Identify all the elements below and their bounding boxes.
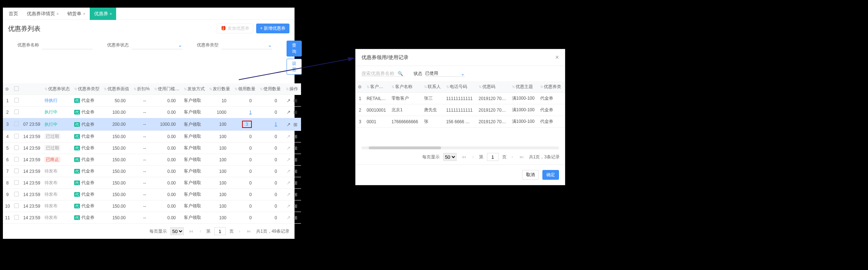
column-header[interactable]: 发行数量 bbox=[207, 83, 232, 95]
per-page-select[interactable]: 50 bbox=[170, 227, 184, 235]
qrcode-icon[interactable]: ⊞ bbox=[293, 203, 297, 209]
row-checkbox[interactable] bbox=[14, 145, 19, 150]
table-row[interactable]: 4 14 23:59 已过期 代代金券 150.00 -- 0.00 客户领取 … bbox=[3, 131, 301, 142]
qrcode-icon[interactable]: ⊞ bbox=[293, 134, 297, 139]
row-checkbox[interactable] bbox=[14, 157, 19, 162]
column-header[interactable]: 优惠券类型 bbox=[72, 83, 102, 95]
table-row[interactable]: 6 14 23:59 已终止 代代金券 150.00 -- 0.00 客户领取 … bbox=[3, 154, 301, 166]
used-count-link[interactable]: 1 bbox=[275, 122, 277, 127]
modal-per-page-select[interactable]: 50 bbox=[443, 153, 457, 161]
coupon-name-input[interactable] bbox=[42, 41, 93, 49]
gear-icon[interactable]: ⚙ bbox=[5, 87, 9, 92]
table-row[interactable]: 1 待执行 代代金券 50.00 -- 0.00 客户领取 10 0 0 ↗⊞ bbox=[3, 95, 301, 107]
column-header[interactable]: 优惠券状态 bbox=[42, 83, 72, 95]
column-header[interactable]: 优惠券类 bbox=[538, 81, 565, 93]
qrcode-icon[interactable]: ⊞ bbox=[293, 122, 297, 127]
page-input[interactable] bbox=[214, 227, 226, 235]
column-header[interactable]: 操作 bbox=[283, 83, 301, 95]
column-header[interactable]: 电话号码 bbox=[444, 81, 477, 93]
share-icon[interactable]: ↗ bbox=[287, 134, 291, 139]
column-header[interactable]: 领用数量 bbox=[232, 83, 258, 95]
column-header[interactable]: 优惠码 bbox=[477, 81, 510, 93]
select-all-checkbox[interactable] bbox=[14, 86, 19, 91]
column-header[interactable]: 折扣% bbox=[131, 83, 152, 95]
first-page-icon[interactable]: ⏮ bbox=[460, 154, 467, 159]
claimed-count-link[interactable]: 1 bbox=[249, 110, 252, 115]
row-checkbox[interactable] bbox=[14, 203, 19, 208]
search-input[interactable] bbox=[361, 71, 398, 76]
table-row[interactable]: 2 00010001 北京1 唐先生 11111111111 2019120 7… bbox=[356, 104, 565, 116]
column-header[interactable] bbox=[12, 83, 21, 95]
column-header[interactable]: 客户… bbox=[364, 81, 389, 93]
column-header[interactable]: 优惠主题 bbox=[510, 81, 538, 93]
prev-page-icon[interactable]: ‹ bbox=[471, 154, 475, 159]
tab-优惠券[interactable]: 优惠券× bbox=[90, 8, 116, 20]
qrcode-icon[interactable]: ⊞ bbox=[293, 145, 297, 151]
column-header[interactable]: 客户名称 bbox=[389, 81, 422, 93]
last-page-icon[interactable]: ⏭ bbox=[245, 229, 253, 234]
close-tab-icon[interactable]: × bbox=[56, 8, 59, 20]
table-row[interactable]: 1 RETAIL… 零散客户 张三 11111111111 2019120 70… bbox=[356, 93, 565, 104]
next-page-icon[interactable]: › bbox=[237, 229, 242, 234]
table-row[interactable]: 9 14 23:59 待发布 代代金券 150.00 -- 0.00 客户领取 … bbox=[3, 189, 301, 200]
share-icon[interactable]: ↗ bbox=[287, 98, 291, 103]
table-row[interactable]: 3 0001 17666666666 张 156 6666 … 2019120 … bbox=[356, 116, 565, 128]
search-icon[interactable]: 🔍 bbox=[398, 71, 403, 76]
row-checkbox[interactable] bbox=[14, 192, 19, 196]
prev-page-icon[interactable]: ‹ bbox=[198, 229, 203, 234]
table-row[interactable]: 7 14 23:59 待发布 代代金券 150.00 -- 0.00 客户领取 … bbox=[3, 166, 301, 177]
share-icon[interactable]: ↗ bbox=[287, 215, 291, 220]
row-checkbox[interactable] bbox=[14, 98, 19, 103]
close-icon[interactable]: × bbox=[555, 54, 559, 61]
qrcode-icon[interactable]: ⊞ bbox=[293, 109, 297, 115]
row-checkbox[interactable] bbox=[14, 134, 19, 138]
row-checkbox[interactable] bbox=[14, 121, 19, 126]
share-icon[interactable]: ↗ bbox=[287, 203, 291, 209]
qrcode-icon[interactable]: ⊞ bbox=[293, 98, 297, 103]
horizontal-scrollbar[interactable] bbox=[361, 146, 559, 149]
share-icon[interactable]: ↗ bbox=[287, 145, 291, 151]
share-icon[interactable]: ↗ bbox=[287, 169, 291, 174]
table-row[interactable]: 11 14 23:59 待发布 代代金券 150.00 -- 0.00 客户领取… bbox=[3, 212, 301, 224]
qrcode-icon[interactable]: ⊞ bbox=[293, 215, 297, 220]
table-row[interactable]: 2 执行中 代代金券 100.00 -- 0.00 客户领取 1000 1 0 … bbox=[3, 107, 301, 118]
qrcode-icon[interactable]: ⊞ bbox=[293, 192, 297, 197]
close-tab-icon[interactable]: × bbox=[83, 8, 85, 20]
share-icon[interactable]: ↗ bbox=[287, 122, 291, 127]
distribute-coupon-button[interactable]: 🎁 发放优惠券 bbox=[217, 24, 253, 33]
share-icon[interactable]: ↗ bbox=[287, 157, 291, 162]
tab-优惠券详情页[interactable]: 优惠券详情页× bbox=[22, 8, 63, 20]
cancel-button[interactable]: 取消 bbox=[522, 170, 539, 180]
first-page-icon[interactable]: ⏮ bbox=[187, 229, 195, 234]
share-icon[interactable]: ↗ bbox=[287, 192, 291, 197]
qrcode-icon[interactable]: ⊞ bbox=[293, 157, 297, 162]
column-header[interactable]: 联系人 bbox=[422, 81, 444, 93]
table-row[interactable]: 3 07 23:59 执行中 代代金券 200.00 -- 1000.00 客户… bbox=[3, 118, 301, 131]
gear-icon[interactable]: ⚙ bbox=[358, 84, 362, 90]
row-checkbox[interactable] bbox=[14, 109, 19, 114]
confirm-button[interactable]: 确定 bbox=[542, 170, 559, 180]
modal-search[interactable]: 🔍 bbox=[361, 71, 405, 76]
qrcode-icon[interactable]: ⊞ bbox=[293, 180, 297, 186]
coupon-status-select[interactable]: ⌄ bbox=[132, 41, 182, 49]
column-header[interactable]: ⚙ bbox=[356, 81, 364, 93]
coupon-type-select[interactable]: ⌄ bbox=[221, 41, 272, 49]
column-header[interactable] bbox=[21, 83, 42, 95]
table-row[interactable]: 10 14 23:59 待发布 代代金券 150.00 -- 0.00 客户领取… bbox=[3, 200, 301, 212]
table-row[interactable]: 5 14 23:59 已过期 代代金券 150.00 -- 0.00 客户领取 … bbox=[3, 142, 301, 154]
modal-page-input[interactable] bbox=[487, 153, 499, 161]
next-page-icon[interactable]: › bbox=[510, 154, 515, 159]
qrcode-icon[interactable]: ⊞ bbox=[293, 169, 297, 174]
column-header[interactable]: ⚙ bbox=[3, 83, 12, 95]
column-header[interactable]: 发放方式 bbox=[182, 83, 207, 95]
row-checkbox[interactable] bbox=[14, 169, 19, 173]
close-tab-icon[interactable]: × bbox=[110, 8, 112, 20]
config-button[interactable]: 设置 bbox=[287, 59, 302, 75]
query-button[interactable]: 查询 bbox=[287, 41, 302, 57]
share-icon[interactable]: ↗ bbox=[287, 180, 291, 186]
claimed-count-link[interactable]: 3 bbox=[242, 121, 252, 128]
row-checkbox[interactable] bbox=[14, 215, 19, 220]
column-header[interactable]: 使用门槛… bbox=[152, 83, 182, 95]
row-checkbox[interactable] bbox=[14, 180, 19, 185]
state-select[interactable]: 已使用 ⌄ bbox=[425, 70, 465, 77]
